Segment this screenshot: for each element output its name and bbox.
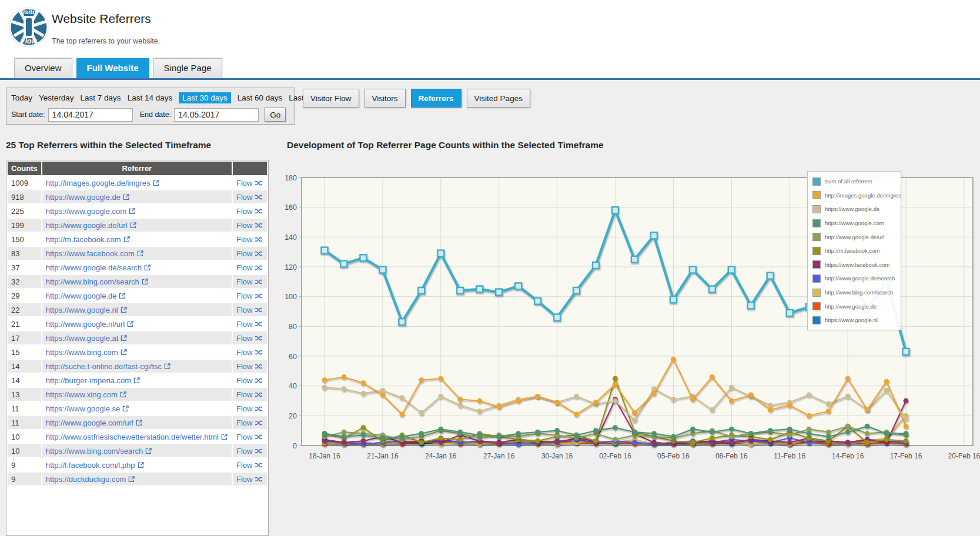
legend-item-10[interactable]: https://www.google.nl xyxy=(812,313,901,327)
flow-link[interactable]: Flow xyxy=(236,277,252,286)
table-row: 21http://www.google.nl/urlFlow xyxy=(8,317,267,330)
legend-item-1[interactable]: http://images.google.de/imgres xyxy=(812,189,901,203)
flow-link[interactable]: Flow xyxy=(236,447,252,455)
legend-swatch xyxy=(812,289,821,297)
external-link-icon xyxy=(121,335,127,341)
referrer-count: 199 xyxy=(8,219,41,232)
view-switcher: Visitor FlowVisitorsReferrersVisited Pag… xyxy=(303,89,530,108)
legend-item-4[interactable]: http://www.google.de/url xyxy=(812,230,901,244)
flow-cell: Flow xyxy=(233,176,267,189)
referrer-url-link[interactable]: http://www.google.de/url xyxy=(46,221,128,230)
flow-link[interactable]: Flow xyxy=(236,292,252,300)
go-button[interactable]: Go xyxy=(265,108,286,122)
flow-link[interactable]: Flow xyxy=(236,235,252,244)
tab-single-page[interactable]: Single Page xyxy=(153,58,222,78)
external-link-icon xyxy=(119,293,125,299)
flow-shuffle-icon xyxy=(255,377,262,384)
flow-link[interactable]: Flow xyxy=(236,263,252,272)
table-row: 11https://www.google.seFlow xyxy=(8,402,267,415)
table-row: 13https://www.xing.comFlow xyxy=(8,388,267,401)
referrer-count: 10 xyxy=(8,444,41,457)
flow-cell: Flow xyxy=(233,473,267,485)
referrer-url-cell: http://www.google.nl/url xyxy=(42,317,232,330)
referrer-count: 29 xyxy=(8,289,41,302)
flow-cell: Flow xyxy=(233,430,267,443)
referrer-url-link[interactable]: http://www.google.de xyxy=(46,292,117,300)
referrer-url-link[interactable]: http://www.google.nl/url xyxy=(46,320,125,329)
legend-item-6[interactable]: https://www.facebook.com xyxy=(812,258,901,272)
legend-item-2[interactable]: https://www.google.de xyxy=(812,202,901,216)
legend-item-7[interactable]: http://www.google.de/search xyxy=(812,272,901,286)
referrer-url-link[interactable]: https://www.facebook.com xyxy=(46,249,135,258)
referrer-url-link[interactable]: https://www.google.at xyxy=(46,334,119,343)
view-button-visited-pages[interactable]: Visited Pages xyxy=(467,89,530,108)
referrer-url-link[interactable]: http://www.google.com/url xyxy=(46,418,133,427)
legend-item-3[interactable]: https://www.google.com xyxy=(812,216,901,230)
page-subtitle: The top referrers to your website. xyxy=(52,37,160,45)
legend-label: https://www.facebook.com xyxy=(825,262,889,268)
referrer-url-link[interactable]: http://images.google.de/imgres xyxy=(46,179,150,187)
view-button-referrers[interactable]: Referrers xyxy=(411,89,461,108)
flow-link[interactable]: Flow xyxy=(236,207,252,216)
flow-link[interactable]: Flow xyxy=(236,390,252,399)
flow-shuffle-icon xyxy=(255,476,262,483)
view-button-visitors[interactable]: Visitors xyxy=(364,89,406,108)
referrer-url-link[interactable]: http://www.ostfriesischewetterstation.de… xyxy=(46,433,219,441)
legend-item-8[interactable]: http://www.bing.com/search xyxy=(812,286,901,300)
legend-label: https://www.google.de xyxy=(825,206,879,212)
range-last-60-days[interactable]: Last 60 days xyxy=(238,93,283,102)
external-link-icon xyxy=(122,406,129,412)
svg-text:20: 20 xyxy=(289,412,297,420)
referrer-url-link[interactable]: https://www.google.nl xyxy=(46,306,118,314)
referrer-url-cell: http://www.bing.com/search xyxy=(42,275,232,288)
legend-swatch xyxy=(812,219,821,227)
flow-link[interactable]: Flow xyxy=(236,362,252,371)
external-link-icon xyxy=(130,222,136,229)
flow-link[interactable]: Flow xyxy=(236,348,252,357)
flow-link[interactable]: Flow xyxy=(236,249,252,258)
referrer-url-link[interactable]: http://suche.t-online.de/fast-cgi/tsc xyxy=(46,362,162,371)
referrer-url-link[interactable]: https://duckduckgo.com xyxy=(46,475,126,484)
view-button-visitor-flow[interactable]: Visitor Flow xyxy=(303,89,359,108)
flow-link[interactable]: Flow xyxy=(236,404,252,413)
flow-link[interactable]: Flow xyxy=(236,334,252,343)
flow-link[interactable]: Flow xyxy=(236,461,252,470)
referrer-url-cell: http://burger-imperia.com xyxy=(42,374,232,387)
table-row: 918https://www.google.deFlow xyxy=(8,190,267,203)
flow-link[interactable]: Flow xyxy=(236,221,252,230)
flow-link[interactable]: Flow xyxy=(236,193,252,202)
flow-link[interactable]: Flow xyxy=(236,179,252,187)
legend-item-5[interactable]: http://m.facebook.com xyxy=(812,244,901,258)
referrer-url-link[interactable]: http://burger-imperia.com xyxy=(46,376,131,385)
flow-link[interactable]: Flow xyxy=(236,433,252,441)
range-yesterday[interactable]: Yesterday xyxy=(39,93,74,102)
referrer-url-link[interactable]: http://l.facebook.com/l.php xyxy=(46,461,135,470)
flow-link[interactable]: Flow xyxy=(236,418,252,427)
referrer-url-link[interactable]: https://www.bing.com xyxy=(46,348,118,357)
start-date-input[interactable] xyxy=(48,108,133,122)
referrer-url-link[interactable]: http://www.google.de/search xyxy=(46,263,142,272)
referrer-url-link[interactable]: https://www.bing.com/search xyxy=(46,447,143,455)
range-last-30-days[interactable]: Last 30 days xyxy=(179,92,231,103)
referrer-url-link[interactable]: http://www.bing.com/search xyxy=(46,277,139,286)
external-link-icon xyxy=(127,321,133,327)
referrer-url-link[interactable]: https://www.xing.com xyxy=(46,390,118,399)
flow-link[interactable]: Flow xyxy=(236,376,252,385)
end-date-input[interactable] xyxy=(174,108,259,122)
legend-item-0[interactable]: Sum of all referrers xyxy=(812,175,901,189)
range-today[interactable]: Today xyxy=(11,93,32,102)
referrer-url-link[interactable]: https://www.google.de xyxy=(46,193,121,202)
tab-full-website[interactable]: Full Website xyxy=(76,58,149,78)
referrer-url-link[interactable]: https://www.google.com xyxy=(46,207,126,216)
svg-text:02-Feb 16: 02-Feb 16 xyxy=(599,452,631,460)
legend-item-9[interactable]: http://www.google.de xyxy=(812,299,901,313)
range-last-7-days[interactable]: Last 7 days xyxy=(81,93,121,102)
flow-link[interactable]: Flow xyxy=(236,306,252,314)
flow-link[interactable]: Flow xyxy=(236,475,252,484)
range-last-14-days[interactable]: Last 14 days xyxy=(128,93,173,102)
flow-link[interactable]: Flow xyxy=(236,320,252,329)
legend-label: http://www.bing.com/search xyxy=(825,289,893,296)
referrer-url-link[interactable]: https://www.google.se xyxy=(46,404,120,413)
tab-overview[interactable]: Overview xyxy=(14,58,72,78)
referrer-url-link[interactable]: http://m.facebook.com xyxy=(46,235,121,244)
